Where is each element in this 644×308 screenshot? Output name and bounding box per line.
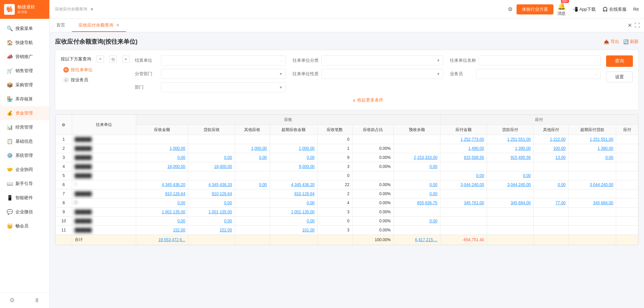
- sidebar-item-basic[interactable]: 📋 基础信息: [0, 134, 49, 148]
- overdue_recv-cell[interactable]: 1,000.00: [270, 144, 317, 153]
- prepay-cell[interactable]: 0.00: [393, 162, 440, 171]
- sidebar-item-newbie[interactable]: 📖 新手引导: [0, 177, 49, 191]
- add-scheme-btn[interactable]: +: [97, 55, 104, 63]
- dept-mgr-input[interactable]: ▼: [161, 69, 286, 79]
- sidebar-item-marketing[interactable]: 📣 营销推广: [0, 50, 49, 64]
- refresh-button[interactable]: 🔄 刷新: [623, 39, 639, 45]
- settings-bottom-btn[interactable]: ⚙: [9, 297, 15, 304]
- other_pay-cell[interactable]: 13.00: [534, 153, 569, 162]
- sidebar-item-sales[interactable]: 🛒 销售管理: [0, 64, 49, 78]
- sidebar-item-system[interactable]: ⚙️ 系统管理: [0, 148, 49, 163]
- overdue_recv-cell[interactable]: 1,001,135.00: [270, 208, 317, 217]
- loan_pay-cell[interactable]: 3,044,240.00: [487, 180, 534, 189]
- sidebar-item-finance[interactable]: 💰 资金管理: [0, 106, 49, 120]
- overdue_pay-cell[interactable]: 0.00: [569, 153, 616, 162]
- dept-input[interactable]: ▼: [161, 82, 286, 92]
- total-recv-amount[interactable]: 19,553,472,6...: [136, 235, 188, 245]
- other_recv-cell[interactable]: 1,000.00: [235, 144, 270, 153]
- prepay-cell[interactable]: 0.00: [393, 180, 440, 189]
- overdue_recv-cell[interactable]: 0.00: [270, 199, 317, 208]
- recv_amount-cell[interactable]: 18,000.00: [136, 162, 188, 171]
- other_recv-cell[interactable]: 0.00: [235, 153, 270, 162]
- loan_recv-cell[interactable]: 810,126.64: [188, 189, 235, 199]
- table-gear-header[interactable]: ⚙: [56, 115, 72, 135]
- overdue_recv-cell[interactable]: 101.00: [270, 226, 317, 235]
- collapse-scheme-btn[interactable]: «: [122, 55, 129, 63]
- overdue_recv-cell[interactable]: 0.00: [270, 153, 317, 162]
- loan_pay-cell[interactable]: 0.00: [487, 171, 534, 180]
- collapse-sidebar-btn[interactable]: ⏸: [34, 297, 40, 304]
- pay_amount-cell[interactable]: 915,508.56: [440, 153, 487, 162]
- setting-button[interactable]: 设置: [606, 72, 633, 82]
- recv_amount-cell[interactable]: 1,000.00: [136, 144, 188, 153]
- sidebar-item-inventory[interactable]: 🏪 库存核算: [0, 92, 49, 106]
- user-name[interactable]: Rit: [633, 7, 639, 12]
- sidebar-item-search[interactable]: 🔍 搜索菜单: [0, 21, 49, 36]
- maximize-icon[interactable]: ⛶: [635, 23, 640, 29]
- prepay-cell[interactable]: 0.00: [393, 217, 440, 226]
- message-btn[interactable]: 99+ 🔔 消息: [557, 2, 566, 16]
- other_pay-cell[interactable]: 77.00: [534, 199, 569, 208]
- tab-close-icon[interactable]: ✕: [116, 23, 119, 28]
- trial-button[interactable]: 体验行业方案: [517, 4, 553, 14]
- recv_amount-cell[interactable]: 0.00: [136, 217, 188, 226]
- pay_amount-cell[interactable]: 345,761.00: [440, 199, 487, 208]
- online-service-btn[interactable]: 🎧 在线客服: [602, 6, 627, 12]
- tab-home[interactable]: 首页: [50, 19, 72, 32]
- overdue_recv-cell[interactable]: 9,000.00: [270, 162, 317, 171]
- partner-nature-input[interactable]: ▼: [321, 69, 443, 79]
- tab-arbal[interactable]: 应收应付余额查询 ✕: [72, 19, 126, 32]
- overdue_pay-cell[interactable]: 345,684.00: [569, 199, 616, 208]
- loan_pay-cell[interactable]: 915,495.56: [487, 153, 534, 162]
- other_pay-cell[interactable]: 0.00: [534, 180, 569, 189]
- close-window-icon[interactable]: ✕: [628, 22, 632, 29]
- sidebar-item-member[interactable]: 👑 畅会员: [0, 219, 49, 233]
- overdue_recv-cell[interactable]: 810,126.64: [270, 189, 317, 199]
- loan_pay-cell[interactable]: 1,251,551.00: [487, 135, 534, 144]
- sidebar-item-hardware[interactable]: 📱 智能硬件: [0, 191, 49, 205]
- loan_recv-cell[interactable]: 18,000.00: [188, 162, 235, 171]
- overdue_pay-cell[interactable]: 1,390.00: [569, 144, 616, 153]
- loan_recv-cell[interactable]: 0.00: [188, 217, 235, 226]
- loan_pay-cell[interactable]: 345,684.00: [487, 199, 534, 208]
- overdue_pay-cell[interactable]: 3,044,240.00: [569, 180, 616, 189]
- recv_amount-cell[interactable]: 152.00: [136, 226, 188, 235]
- settings-scheme-btn[interactable]: ◎: [109, 55, 117, 63]
- scheme-by-partner[interactable]: 畅 按往来单位: [61, 65, 129, 74]
- sidebar-item-operation[interactable]: 📊 经营管理: [0, 120, 49, 134]
- sidebar-item-quicknav[interactable]: 🏠 快捷导航: [0, 36, 49, 50]
- gear-icon[interactable]: ⚙: [508, 6, 513, 12]
- partner-name-input[interactable]: [479, 55, 601, 65]
- other_pay-cell[interactable]: 100.00: [534, 144, 569, 153]
- loan_recv-cell[interactable]: 0.00: [188, 199, 235, 208]
- recv_amount-cell[interactable]: 0.00: [136, 153, 188, 162]
- loan_recv-cell[interactable]: 4,345,436.20: [188, 180, 235, 189]
- loan_pay-cell[interactable]: 1,390.00: [487, 144, 534, 153]
- prepay-cell[interactable]: 0.00: [393, 189, 440, 199]
- total-prepay[interactable]: 6,417,215....: [393, 235, 440, 245]
- loan_recv-cell[interactable]: 1,001,135.00: [188, 208, 235, 217]
- recv_amount-cell[interactable]: 810,126.64: [136, 189, 188, 199]
- sidebar-item-purchase[interactable]: 📦 采购管理: [0, 78, 49, 92]
- sidebar-item-corp[interactable]: 🤝 企业协同: [0, 163, 49, 177]
- recv_amount-cell[interactable]: 1,001,135.00: [136, 208, 188, 217]
- collapse-more-btn[interactable]: ∧ 收起更多条件: [135, 96, 601, 104]
- pay_amount-cell[interactable]: 3,044,240.00: [440, 180, 487, 189]
- chevron-down-icon[interactable]: ▼: [90, 7, 94, 12]
- app-download-btn[interactable]: 📲 App下载: [573, 6, 596, 12]
- prepay-cell[interactable]: 2,153,333.00: [393, 153, 440, 162]
- overdue_recv-cell[interactable]: 0.00: [270, 217, 317, 226]
- pay_amount-cell[interactable]: 1,490.00: [440, 144, 487, 153]
- overdue_recv-cell[interactable]: 4,345,436.20: [270, 180, 317, 189]
- recv_amount-cell[interactable]: 4,345,436.20: [136, 180, 188, 189]
- loan_recv-cell[interactable]: 0.00: [188, 153, 235, 162]
- export-button[interactable]: 📤 导出: [604, 39, 619, 45]
- pay_amount-cell[interactable]: 0.00: [440, 171, 487, 180]
- other_recv-cell[interactable]: 0.00: [235, 180, 270, 189]
- settlement-input[interactable]: ···: [161, 55, 286, 65]
- query-button[interactable]: 查询: [606, 55, 633, 67]
- scheme-by-salesman[interactable]: ○ 按业务员: [61, 76, 129, 84]
- recv_amount-cell[interactable]: 0.00: [136, 199, 188, 208]
- prepay-cell[interactable]: 655,636.75: [393, 199, 440, 208]
- salesman-input[interactable]: ···: [476, 69, 601, 79]
